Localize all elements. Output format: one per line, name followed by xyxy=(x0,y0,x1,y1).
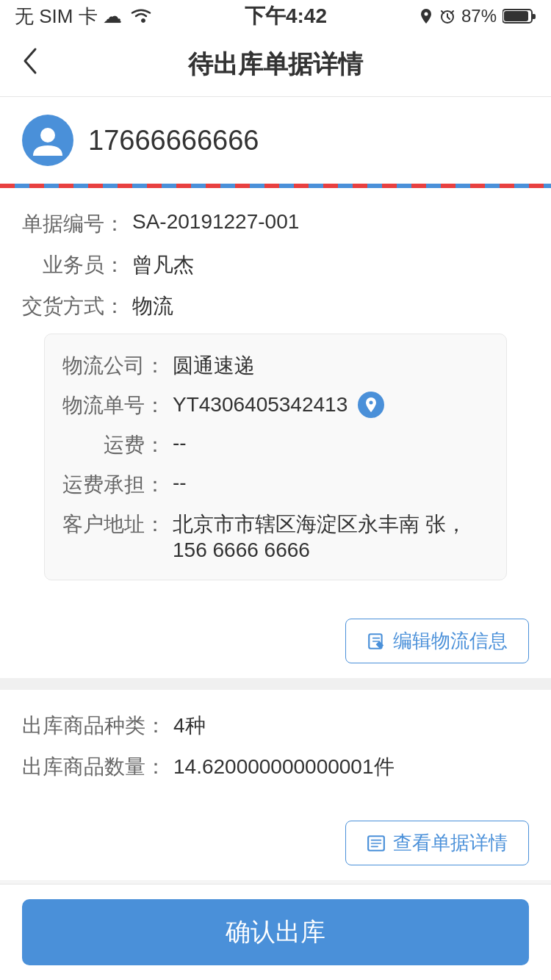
goods-quantity-value: 14.620000000000001件 xyxy=(173,753,395,781)
freight-row: 运费： -- xyxy=(62,431,489,459)
status-right: 87% xyxy=(419,6,536,26)
freight-bearer-label: 运费承担： xyxy=(62,471,165,499)
list-icon xyxy=(367,834,386,853)
user-icon xyxy=(29,122,66,159)
nav-bar: 待出库单据详情 xyxy=(0,32,551,97)
freight-label: 运费： xyxy=(62,431,165,459)
logistics-company-value: 圆通速递 xyxy=(173,352,489,380)
salesman-label: 业务员： xyxy=(22,251,125,279)
view-details-button[interactable]: 查看单据详情 xyxy=(345,821,529,865)
logistics-card: 物流公司： 圆通速递 物流单号： YT43064053424​13 运费： --… xyxy=(44,334,507,580)
document-info-section: 单据编号： SA-20191227-001 业务员： 曾凡杰 交货方式： 物流 … xyxy=(0,188,551,607)
logistics-company-row: 物流公司： 圆通速递 xyxy=(62,352,489,380)
goods-quantity-row: 出库商品数量： 14.620000000000001件 xyxy=(22,753,529,781)
goods-types-value: 4种 xyxy=(173,712,206,740)
confirm-button-label: 确认出库 xyxy=(226,915,325,949)
goods-types-row: 出库商品种类： 4种 xyxy=(22,712,529,740)
document-number-label: 单据编号： xyxy=(22,210,125,238)
confirm-button[interactable]: 确认出库 xyxy=(22,899,529,965)
document-number-row: 单据编号： SA-20191227-001 xyxy=(22,210,529,238)
page-title: 待出库单据详情 xyxy=(188,48,363,82)
edit-logistics-button[interactable]: 编辑物流信息 xyxy=(345,619,529,663)
goods-quantity-label: 出库商品数量： xyxy=(22,753,166,781)
section-divider xyxy=(0,678,551,690)
wifi-icon xyxy=(129,8,153,24)
view-details-btn-row: 查看单据详情 xyxy=(0,809,551,880)
svg-point-5 xyxy=(40,128,55,143)
address-label: 客户地址： xyxy=(62,511,165,538)
delivery-value: 物流 xyxy=(132,292,529,320)
freight-value: -- xyxy=(173,431,489,455)
svg-rect-4 xyxy=(504,11,528,21)
location-status-icon xyxy=(419,7,433,25)
svg-point-6 xyxy=(370,401,373,405)
pin-icon xyxy=(364,397,378,413)
salesman-value: 曾凡杰 xyxy=(132,251,529,279)
customer-header: 17666666666 xyxy=(0,97,551,184)
status-bar: 无 SIM 卡 ☁ 下午4:42 87% xyxy=(0,0,551,32)
delivery-row: 交货方式： 物流 xyxy=(22,292,529,320)
bottom-bar: 确认出库 xyxy=(0,884,551,980)
tracking-location-icon[interactable] xyxy=(358,392,384,418)
battery-icon xyxy=(503,7,536,25)
address-row: 客户地址： 北京市市辖区海淀区永丰南 张，156 6666 6666 xyxy=(62,511,489,562)
logistics-tracking-value: YT43064053424​13 xyxy=(173,393,347,417)
customer-phone: 17666666666 xyxy=(88,125,259,156)
logistics-tracking-value-row: YT43064053424​13 xyxy=(165,392,384,418)
delivery-label: 交货方式： xyxy=(22,292,125,320)
goods-types-label: 出库商品种类： xyxy=(22,712,166,740)
freight-bearer-row: 运费承担： -- xyxy=(62,471,489,499)
sim-status: 无 SIM 卡 ☁ xyxy=(15,4,122,29)
logistics-tracking-label: 物流单号： xyxy=(62,392,165,419)
back-button[interactable] xyxy=(22,47,38,82)
battery-percent: 87% xyxy=(461,6,497,26)
status-left: 无 SIM 卡 ☁ xyxy=(15,4,153,29)
logistics-tracking-row: 物流单号： YT43064053424​13 xyxy=(62,392,489,419)
svg-point-0 xyxy=(424,12,428,16)
edit-icon xyxy=(367,632,386,651)
logistics-company-label: 物流公司： xyxy=(62,352,165,380)
view-details-label: 查看单据详情 xyxy=(393,830,508,856)
status-time: 下午4:42 xyxy=(245,2,327,30)
goods-section: 出库商品种类： 4种 出库商品数量： 14.620000000000001件 xyxy=(0,690,551,809)
salesman-row: 业务员： 曾凡杰 xyxy=(22,251,529,279)
document-number-value: SA-20191227-001 xyxy=(132,210,529,234)
svg-rect-3 xyxy=(532,14,536,19)
address-value: 北京市市辖区海淀区永丰南 张，156 6666 6666 xyxy=(173,511,489,562)
edit-logistics-btn-row: 编辑物流信息 xyxy=(0,607,551,678)
alarm-icon xyxy=(439,7,455,25)
avatar xyxy=(22,115,73,166)
freight-bearer-value: -- xyxy=(173,471,489,494)
edit-logistics-label: 编辑物流信息 xyxy=(393,628,508,654)
